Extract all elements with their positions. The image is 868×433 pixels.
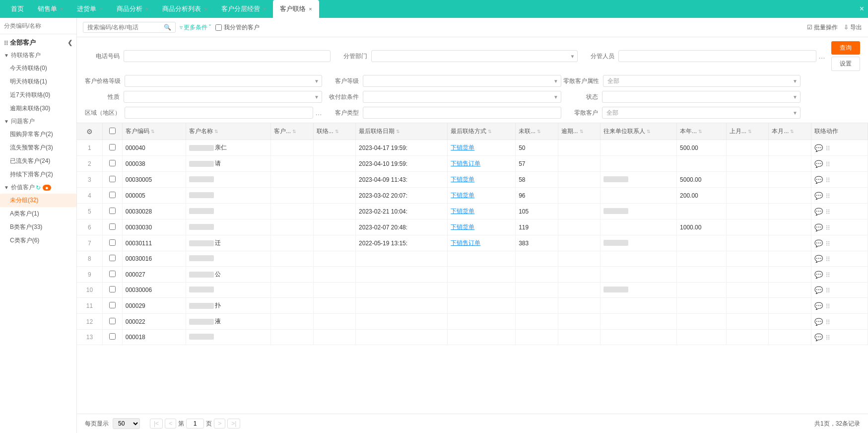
chat-icon[interactable]: 💬 — [814, 160, 823, 168]
grid-action-icon[interactable]: ⁝⁝ — [826, 192, 830, 200]
first-page-btn[interactable]: |< — [150, 419, 163, 429]
sidebar-item-churned[interactable]: 已流失客户(24) — [0, 154, 76, 168]
region-more-icon[interactable]: … — [315, 109, 322, 117]
tab-purchase-close[interactable]: × — [99, 6, 102, 12]
tab-analysis-list[interactable]: 商品分析列表 × — [155, 0, 214, 18]
row-checkbox[interactable] — [109, 144, 116, 150]
row-checkbox[interactable] — [109, 333, 116, 340]
chat-icon[interactable]: 💬 — [814, 271, 823, 279]
tab-analysis-close[interactable]: × — [145, 6, 148, 12]
grid-action-icon[interactable]: ⁝⁝ — [826, 239, 830, 247]
row-checkbox[interactable] — [109, 239, 116, 246]
all-customers-header[interactable]: ⁝⁝ 全部客户 ❮ — [0, 34, 76, 49]
th-cust-level[interactable]: 客户... ⇅ — [271, 123, 314, 140]
row-checkbox[interactable] — [109, 302, 116, 308]
tab-analysis-list-close[interactable]: × — [204, 6, 207, 12]
method-link[interactable]: 下销货单 — [451, 223, 474, 230]
region-input[interactable] — [125, 107, 313, 119]
th-this-year[interactable]: 本年... ⇅ — [677, 123, 727, 140]
sidebar-item-churn-warn[interactable]: 流失预警客户(3) — [0, 141, 76, 154]
chat-icon[interactable]: 💬 — [814, 223, 823, 231]
status-select[interactable] — [602, 91, 801, 103]
row-checkbox[interactable] — [109, 286, 116, 292]
chat-icon[interactable]: 💬 — [814, 286, 823, 294]
sidebar-item-ungroup[interactable]: 未分组(32) — [0, 194, 76, 207]
th-last-method[interactable]: 最后联络方式 ⇅ — [448, 123, 516, 140]
th-this-month[interactable]: 本月... ⇅ — [769, 123, 811, 140]
row-checkbox[interactable] — [109, 160, 116, 166]
sidebar-item-today[interactable]: 今天待联络(0) — [0, 62, 76, 75]
grid-action-icon[interactable]: ⁝⁝ — [826, 286, 830, 294]
sidebar-group-problem[interactable]: ▼ 问题客户 — [0, 115, 76, 128]
dept-select[interactable] — [371, 50, 578, 62]
payment-select[interactable] — [363, 91, 561, 103]
sidebar-item-hoard[interactable]: 囤购异常客户(2) — [0, 128, 76, 141]
chat-icon[interactable]: 💬 — [814, 144, 823, 152]
main-search-icon[interactable]: 🔍 — [164, 24, 171, 31]
grid-action-icon[interactable]: ⁝⁝ — [826, 176, 830, 184]
refresh-icon[interactable]: ↻ — [36, 184, 41, 191]
sidebar-item-tomorrow[interactable]: 明天待联络(1) — [0, 75, 76, 88]
scatter-select[interactable]: 全部 — [602, 107, 801, 119]
sidebar-search-input[interactable] — [4, 22, 77, 29]
person-input[interactable] — [618, 50, 816, 62]
chat-icon[interactable]: 💬 — [814, 318, 823, 326]
export-btn[interactable]: ⇩ 导出 — [844, 23, 862, 32]
sidebar-item-grade-c[interactable]: C类客户(6) — [0, 234, 76, 247]
grid-action-icon[interactable]: ⁝⁝ — [826, 160, 830, 168]
query-btn[interactable]: 查询 — [831, 41, 860, 55]
prev-page-btn[interactable]: < — [165, 419, 176, 429]
th-contact[interactable]: 联络... ⇅ — [313, 123, 356, 140]
my-customers-check[interactable]: 我分管的客户 — [215, 23, 260, 32]
th-company-contact[interactable]: 往来单位联系人 ⇅ — [601, 123, 677, 140]
chat-icon[interactable]: 💬 — [814, 302, 823, 310]
select-all-checkbox[interactable] — [109, 128, 116, 134]
method-link[interactable]: 下销货单 — [451, 208, 474, 215]
grid-action-icon[interactable]: ⁝⁝ — [826, 271, 830, 279]
method-link[interactable]: 下销货单 — [451, 176, 474, 183]
tab-customer-tier[interactable]: 客户分层经营 × — [214, 0, 273, 18]
row-checkbox[interactable] — [109, 271, 116, 277]
my-customers-checkbox[interactable] — [215, 24, 222, 31]
next-page-btn[interactable]: > — [214, 419, 225, 429]
grid-action-icon[interactable]: ⁝⁝ — [826, 223, 830, 231]
last-page-btn[interactable]: >| — [227, 419, 240, 429]
row-checkbox[interactable] — [109, 318, 116, 324]
method-link[interactable]: 下销货单 — [451, 192, 474, 199]
grid-action-icon[interactable]: ⁝⁝ — [826, 144, 830, 152]
settings-icon[interactable]: ⚙ — [86, 128, 93, 136]
grid-action-icon[interactable]: ⁝⁝ — [826, 208, 830, 216]
method-link[interactable]: 下销售订单 — [451, 160, 480, 167]
th-code[interactable]: 客户编码 ⇅ — [122, 123, 186, 140]
grid-action-icon[interactable]: ⁝⁝ — [826, 255, 830, 263]
row-checkbox[interactable] — [109, 255, 116, 261]
main-search-input[interactable] — [87, 24, 162, 31]
row-checkbox[interactable] — [109, 176, 116, 182]
person-more-icon[interactable]: … — [818, 52, 825, 60]
reset-btn[interactable]: 设置 — [831, 57, 860, 71]
sidebar-group-score[interactable]: ▼ 价值客户 ↻ ● — [0, 181, 76, 194]
chat-icon[interactable]: 💬 — [814, 333, 823, 341]
th-last-month[interactable]: 上月... ⇅ — [726, 123, 769, 140]
more-conditions-btn[interactable]: ▿ 更多条件 ˅ — [180, 23, 211, 32]
method-link[interactable]: 下销售订单 — [451, 239, 480, 246]
cust-type-input[interactable] — [363, 107, 561, 119]
tab-customer-tier-close[interactable]: × — [263, 6, 266, 12]
tab-sales-close[interactable]: × — [60, 6, 63, 12]
sidebar-item-declining[interactable]: 持续下滑客户(2) — [0, 168, 76, 181]
nature-select[interactable] — [124, 91, 322, 103]
tab-customer-contact-close[interactable]: × — [309, 6, 312, 12]
th-no-contact[interactable]: 未联... ⇅ — [516, 123, 558, 140]
tab-sales[interactable]: 销售单 × — [31, 0, 70, 18]
tab-purchase[interactable]: 进货单 × — [70, 0, 109, 18]
sidebar-item-7days[interactable]: 近7天待联络(0) — [0, 88, 76, 102]
scatter-attr-select[interactable]: 全部 — [603, 75, 801, 87]
cust-tier-select[interactable] — [363, 75, 561, 87]
grid-action-icon[interactable]: ⁝⁝ — [826, 302, 830, 310]
th-overdue[interactable]: 逾期... ⇅ — [558, 123, 601, 140]
chat-icon[interactable]: 💬 — [814, 192, 823, 200]
method-link[interactable]: 下销货单 — [451, 144, 474, 151]
tab-customer-contact[interactable]: 客户联络 × — [273, 0, 319, 18]
sidebar-collapse-icon[interactable]: ❮ — [67, 39, 72, 46]
row-checkbox[interactable] — [109, 223, 116, 230]
